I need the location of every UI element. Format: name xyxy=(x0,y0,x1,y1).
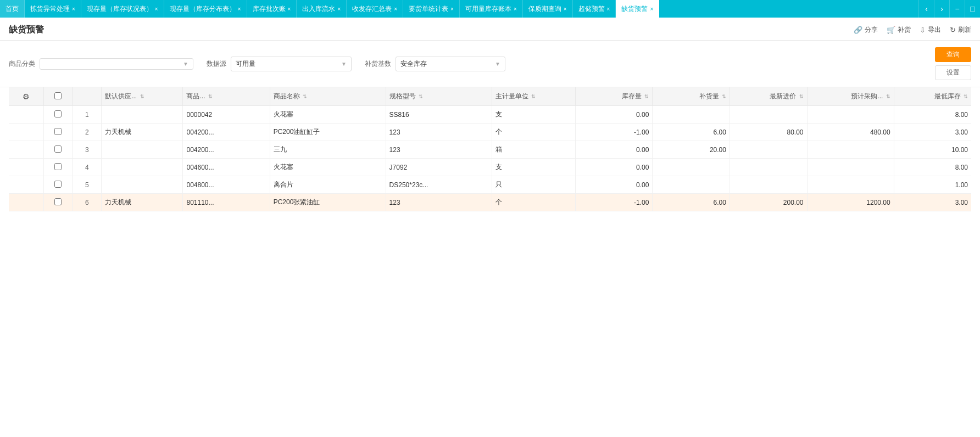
datasource-select[interactable]: 可用量 ▼ xyxy=(231,57,352,71)
row-gear-cell xyxy=(9,141,43,159)
table-row: 5 004800... 离合片 DS250*23c... 只 0.00 1.00 xyxy=(9,176,971,194)
row-checkbox-cell[interactable] xyxy=(43,176,73,194)
replenish-basis-label: 补货基数 xyxy=(365,59,391,69)
th-min-stock-label: 最低库存 xyxy=(934,92,961,100)
nav-tab-exception[interactable]: 拣货异常处理× xyxy=(25,0,81,18)
row-checkbox-0[interactable] xyxy=(54,110,62,117)
nav-tab-inout-flow[interactable]: 出入库流水× xyxy=(297,0,347,18)
nav-tab-close-demand-stats[interactable]: × xyxy=(450,6,454,12)
nav-tab-available-ledger[interactable]: 可用量库存账本× xyxy=(460,0,523,18)
nav-tab-close-shortage[interactable]: × xyxy=(650,6,653,12)
th-est-purchase-label: 预计采购... xyxy=(851,92,883,100)
nav-tab-close-inout-flow[interactable]: × xyxy=(337,6,341,12)
nav-tab-inventory-status[interactable]: 现存量（库存状况表）× xyxy=(81,0,164,18)
nav-tab-recv-summary[interactable]: 收发存汇总表× xyxy=(347,0,403,18)
nav-arrow-left[interactable]: ‹ xyxy=(918,0,934,18)
nav-tab-close-available-ledger[interactable]: × xyxy=(514,6,517,12)
nav-tab-overstock[interactable]: 超储预警× xyxy=(573,0,616,18)
datasource-value: 可用量 xyxy=(236,59,255,69)
nav-tab-shortage[interactable]: 缺货预警× xyxy=(616,0,659,18)
main-content: 缺货预警 🔗 分享 🛒 补货 ⇩ 导出 ↻ 刷新 商品分类 xyxy=(0,18,980,437)
nav-tab-label-recv-summary: 收发存汇总表 xyxy=(352,4,392,14)
row-latest-price xyxy=(730,106,807,124)
row-supplier xyxy=(102,176,183,194)
sort-spec-icon: ⇅ xyxy=(419,94,423,99)
th-unit[interactable]: 主计量单位 ⇅ xyxy=(492,87,575,106)
nav-tab-inventory-dist[interactable]: 现存量（库存分布表）× xyxy=(164,0,247,18)
nav-tab-batch-account[interactable]: 库存批次账× xyxy=(247,0,297,18)
row-unit: 箱 xyxy=(492,141,575,159)
table-row: 4 004600... 火花塞 J7092 支 0.00 8.00 xyxy=(9,159,971,176)
sort-unit-icon: ⇅ xyxy=(531,94,536,99)
th-est-purchase[interactable]: 预计采购... ⇅ xyxy=(807,87,894,106)
nav-tab-label-inout-flow: 出入库流水 xyxy=(302,4,335,14)
row-unit: 个 xyxy=(492,194,575,211)
replenish-basis-select[interactable]: 安全库存 ▼ xyxy=(396,57,505,71)
nav-tab-close-exception[interactable]: × xyxy=(72,6,75,12)
refresh-button[interactable]: ↻ 刷新 xyxy=(950,25,971,35)
row-supplier xyxy=(102,141,183,159)
nav-tab-close-inventory-dist[interactable]: × xyxy=(238,6,241,12)
row-checkbox-cell[interactable] xyxy=(43,106,73,124)
nav-maximize-btn[interactable]: □ xyxy=(965,0,980,18)
row-min-stock: 8.00 xyxy=(894,159,971,176)
export-icon: ⇩ xyxy=(920,26,926,34)
nav-tab-close-inventory-status[interactable]: × xyxy=(155,6,158,12)
nav-tab-close-batch-account[interactable]: × xyxy=(288,6,291,12)
category-select[interactable]: ▼ xyxy=(40,58,193,70)
th-latest-price[interactable]: 最新进价 ⇅ xyxy=(730,87,807,106)
th-product-code[interactable]: 商品... ⇅ xyxy=(183,87,270,106)
row-checkbox-cell[interactable] xyxy=(43,141,73,159)
th-replenish-qty[interactable]: 补货量 ⇅ xyxy=(653,87,730,106)
nav-minimize-btn[interactable]: − xyxy=(949,0,965,18)
nav-arrow-right[interactable]: › xyxy=(934,0,949,18)
nav-tab-home[interactable]: 首页 xyxy=(0,0,25,18)
th-min-stock[interactable]: 最低库存 ⇅ xyxy=(894,87,971,106)
nav-tab-expiry[interactable]: 保质期查询× xyxy=(523,0,573,18)
nav-tab-label-inventory-dist: 现存量（库存分布表） xyxy=(170,4,236,14)
nav-tab-label-exception: 拣货异常处理 xyxy=(30,4,70,14)
page-header: 缺货预警 🔗 分享 🛒 补货 ⇩ 导出 ↻ 刷新 xyxy=(0,18,980,41)
row-supplier xyxy=(102,159,183,176)
row-checkbox-3[interactable] xyxy=(54,163,62,170)
row-stock: 0.00 xyxy=(575,141,653,159)
row-est-purchase xyxy=(807,176,894,194)
nav-tab-close-recv-summary[interactable]: × xyxy=(394,6,397,12)
table-header-row: ⚙ 默认供应... ⇅ 商品... ⇅ 商品名称 xyxy=(9,87,971,106)
row-gear-cell xyxy=(9,106,43,124)
settings-button[interactable]: 设置 xyxy=(935,65,971,80)
sort-min-stock-icon: ⇅ xyxy=(964,94,968,99)
row-checkbox-cell[interactable] xyxy=(43,194,73,211)
row-checkbox-2[interactable] xyxy=(54,145,62,153)
nav-tab-label-demand-stats: 要货单统计表 xyxy=(409,4,448,14)
nav-tab-label-overstock: 超储预警 xyxy=(578,4,605,14)
table-row: 1 0000042 火花塞 SS816 支 0.00 8.00 xyxy=(9,106,971,124)
export-button[interactable]: ⇩ 导出 xyxy=(920,25,941,35)
th-checkbox[interactable] xyxy=(43,87,73,106)
select-all-checkbox[interactable] xyxy=(54,92,62,99)
th-stock[interactable]: 库存量 ⇅ xyxy=(575,87,653,106)
replenish-button[interactable]: 🛒 补货 xyxy=(887,25,911,35)
row-replenish-qty: 6.00 xyxy=(653,194,730,211)
row-checkbox-4[interactable] xyxy=(54,181,62,188)
nav-tab-close-overstock[interactable]: × xyxy=(607,6,610,12)
th-gear[interactable]: ⚙ xyxy=(9,87,43,106)
row-checkbox-cell[interactable] xyxy=(43,159,73,176)
row-checkbox-5[interactable] xyxy=(54,198,62,205)
th-spec[interactable]: 规格型号 ⇅ xyxy=(386,87,492,106)
th-default-supplier[interactable]: 默认供应... ⇅ xyxy=(102,87,183,106)
share-button[interactable]: 🔗 分享 xyxy=(854,25,878,35)
row-code: 0000042 xyxy=(183,106,270,124)
th-product-name[interactable]: 商品名称 ⇅ xyxy=(270,87,386,106)
refresh-icon: ↻ xyxy=(950,26,956,34)
page-title: 缺货预警 xyxy=(9,24,44,36)
query-button[interactable]: 查询 xyxy=(935,47,971,62)
th-stock-label: 库存量 xyxy=(622,92,642,100)
row-spec: J7092 xyxy=(386,159,492,176)
row-checkbox-1[interactable] xyxy=(54,128,62,135)
nav-tab-demand-stats[interactable]: 要货单统计表× xyxy=(403,0,460,18)
gear-icon[interactable]: ⚙ xyxy=(23,92,30,101)
row-checkbox-cell[interactable] xyxy=(43,124,73,141)
row-number: 3 xyxy=(73,141,102,159)
nav-tab-close-expiry[interactable]: × xyxy=(564,6,567,12)
